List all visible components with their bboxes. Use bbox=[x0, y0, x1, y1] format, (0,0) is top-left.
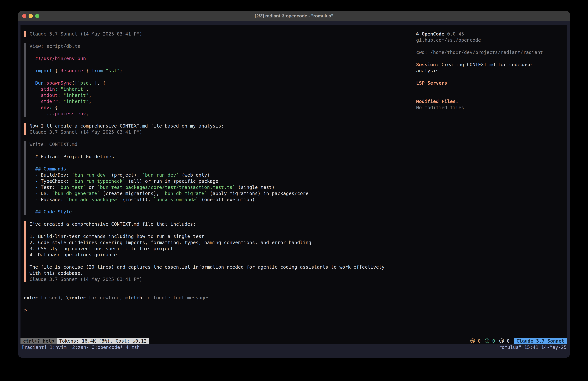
text-span: `bun add <package>` bbox=[66, 197, 120, 202]
text-span bbox=[30, 105, 41, 110]
text-span bbox=[30, 209, 35, 215]
text-span bbox=[30, 191, 35, 196]
diagnostic-icon: ⓗ bbox=[499, 338, 504, 344]
text-line: Claude 3.7 Sonnet (14 May 2025 03:41 PM) bbox=[30, 276, 567, 282]
close-button[interactable] bbox=[22, 14, 26, 18]
text-span: 0.0.45 bbox=[444, 31, 464, 37]
text-line: Claude 3.7 Sonnet (14 May 2025 03:41 PM) bbox=[30, 129, 567, 135]
model-badge[interactable]: Claude 3.7 Sonnet bbox=[514, 338, 567, 344]
terminal-content[interactable]: Claude 3.7 Sonnet (14 May 2025 03:41 PM)… bbox=[21, 25, 567, 344]
text-span: , bbox=[86, 86, 89, 92]
text-line bbox=[416, 43, 567, 49]
desktop: { "theme":{ "accent_orange":"#f2a486","s… bbox=[0, 0, 588, 381]
diagnostic-icon: ⓘ bbox=[485, 338, 489, 344]
text-span: © OpenCode bbox=[416, 31, 444, 37]
text-span bbox=[58, 86, 61, 92]
text-span: LSP Servers bbox=[416, 80, 447, 86]
text-span: - bbox=[35, 184, 38, 190]
text-line: - TypeCheck: `bun run typecheck` (all) o… bbox=[30, 178, 567, 184]
text-span: : bbox=[49, 105, 52, 110]
prompt-symbol: > bbox=[24, 307, 27, 313]
text-line bbox=[416, 55, 567, 62]
text-line: # Radiant Project Guidelines bbox=[30, 154, 567, 160]
text-span: No modified files bbox=[416, 105, 464, 110]
text-span bbox=[30, 179, 35, 184]
tmux-host-clock: "romulus" 15:41 14-May-25 bbox=[496, 344, 567, 350]
text-span: View: script/db.ts bbox=[30, 44, 80, 49]
text-span: (create migrations), bbox=[100, 191, 162, 196]
text-span bbox=[103, 68, 105, 73]
zoom-button[interactable] bbox=[35, 14, 39, 18]
input-divider bbox=[22, 303, 567, 303]
text-span: { bbox=[52, 68, 61, 73]
text-span: - bbox=[35, 179, 38, 184]
text-span: `bun run dev` bbox=[142, 172, 179, 178]
text-span bbox=[30, 80, 35, 86]
diagnostic-count-badge: ⓘ 0 bbox=[485, 338, 495, 344]
text-span: { bbox=[52, 105, 58, 110]
text-span: `bunx <command>` bbox=[153, 197, 198, 202]
text-span: Package: bbox=[38, 197, 66, 202]
text-line: cwd: /home/thdxr/dev/projects/radiant/ra… bbox=[416, 49, 567, 55]
text-span: 3. CSS styling conventions specific to t… bbox=[30, 246, 173, 251]
text-line bbox=[30, 202, 567, 209]
text-line: github.com/sst/opencode bbox=[416, 37, 567, 43]
text-span: `bun run typecheck` bbox=[72, 179, 125, 184]
traffic-lights bbox=[22, 11, 39, 21]
text-line bbox=[416, 86, 567, 92]
text-span: 1. Build/lint/test commands including ho… bbox=[30, 234, 204, 239]
opencode-statusbar: ctrl+? help Tokens: 16.4K (8%), Cost: $0… bbox=[21, 338, 567, 344]
text-span: , bbox=[89, 92, 91, 98]
text-line: 3. CSS styling conventions specific to t… bbox=[30, 246, 567, 252]
statusbar-left: ctrl+? help Tokens: 16.4K (8%), Cost: $0… bbox=[21, 338, 149, 344]
text-span: Test: bbox=[38, 184, 58, 190]
text-span bbox=[30, 184, 35, 190]
tmux-statusbar: [radiant] 1:nvim 2:zsh- 3:opencode* 4:zs… bbox=[18, 344, 570, 358]
text-span: - bbox=[35, 197, 38, 202]
session-sidebar: © OpenCode 0.0.45github.com/sst/opencode… bbox=[416, 31, 567, 111]
text-span: . bbox=[75, 111, 77, 116]
text-span: # Radiant Project Guidelines bbox=[30, 154, 114, 159]
text-span: "sst" bbox=[105, 68, 120, 73]
text-line bbox=[30, 147, 567, 154]
text-line bbox=[30, 160, 567, 166]
text-line: Modified Files: bbox=[416, 98, 567, 104]
text-span: "inherit" bbox=[63, 99, 89, 104]
text-span: ... bbox=[30, 111, 55, 116]
text-span: (install), bbox=[120, 197, 154, 202]
text-span: for newline, bbox=[86, 295, 125, 300]
text-span: spawnSync bbox=[46, 80, 72, 86]
text-span: env bbox=[41, 105, 49, 110]
text-span: The file is concise (20 lines) and captu… bbox=[30, 264, 384, 270]
input-hint: enter to send, \+enter for newline, ctrl… bbox=[24, 295, 567, 301]
text-span bbox=[30, 166, 35, 172]
text-line: I've created a comprehensive CONTEXT.md … bbox=[30, 221, 567, 227]
text-span bbox=[61, 92, 63, 98]
text-span: : Creating CONTEXT.md for codebase bbox=[436, 62, 532, 67]
diagnostic-count-badge: ⓦ 0 bbox=[470, 338, 481, 344]
text-span: Resource bbox=[61, 68, 83, 73]
text-span bbox=[30, 197, 35, 202]
prompt-input[interactable]: > bbox=[24, 307, 567, 313]
text-span: (project), bbox=[108, 172, 142, 178]
minimize-button[interactable] bbox=[29, 14, 33, 18]
text-span: I've created a comprehensive CONTEXT.md … bbox=[30, 221, 196, 227]
text-span: Claude 3.7 Sonnet (14 May 2025 03:41 PM) bbox=[30, 277, 142, 282]
text-span: DB: bbox=[38, 191, 52, 196]
text-span: or bbox=[86, 184, 97, 190]
help-button[interactable]: ctrl+? help bbox=[21, 338, 57, 344]
text-span: to send, bbox=[38, 295, 66, 300]
text-span: cwd: /home/thdxr/dev/projects/radiant/ra… bbox=[416, 49, 543, 55]
diagnostic-icon: ⓦ bbox=[470, 338, 475, 344]
window-titlebar: [2/3] radiant:3:opencode - "romulus" bbox=[18, 11, 570, 21]
text-span: : bbox=[58, 99, 61, 104]
text-span: `bun test` bbox=[58, 184, 86, 190]
text-span: (apply migrations) in packages/core bbox=[207, 191, 309, 196]
text-line: 4. Database operations guidance bbox=[30, 252, 567, 258]
diagnostic-count: 0 bbox=[489, 338, 495, 344]
text-span: Write: CONTEXT.md bbox=[30, 142, 78, 147]
tmux-window-list[interactable]: [radiant] 1:nvim 2:zsh- 3:opencode* 4:zs… bbox=[21, 344, 140, 350]
diagnostic-count-badge: ⓗ 0 bbox=[499, 338, 510, 344]
statusbar-right: ⓦ 0ⓘ 0ⓗ 0 Claude 3.7 Sonnet bbox=[470, 338, 567, 344]
text-line bbox=[416, 74, 567, 80]
